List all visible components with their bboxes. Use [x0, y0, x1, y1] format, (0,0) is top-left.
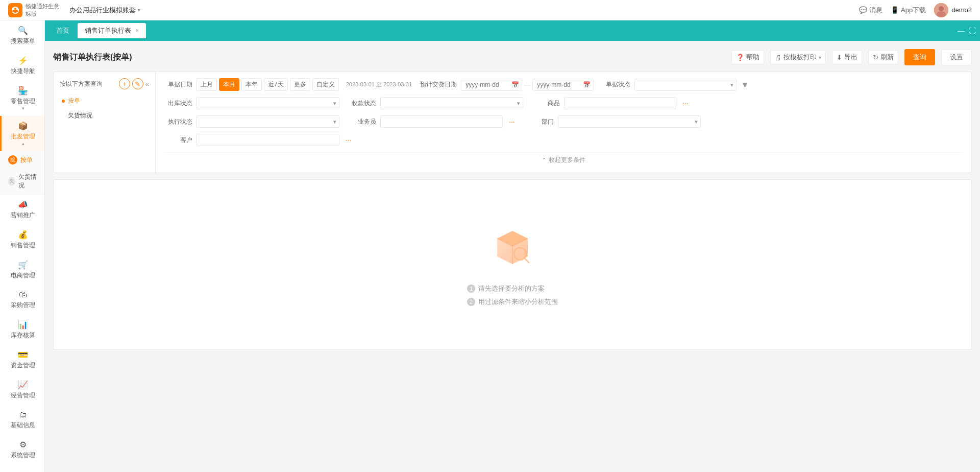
add-scheme-btn[interactable]: +	[119, 78, 130, 89]
filter-panel: 按以下方案查询 + ✎ « 按单	[53, 72, 972, 173]
goods-more-btn[interactable]: ···	[680, 99, 691, 107]
maximize-btn[interactable]: ⛶	[969, 27, 976, 35]
outbound-select[interactable]	[197, 97, 339, 109]
retail-icon: 🏪	[18, 86, 28, 96]
sidebar-item-basic[interactable]: 🗂 基础信息	[0, 405, 44, 435]
salesperson-input[interactable]	[380, 115, 503, 128]
sidebar-sub-item-欠货[interactable]: 欠 欠货情况	[0, 169, 44, 194]
basic-icon: 🗂	[19, 410, 27, 419]
date-separator: —	[524, 81, 530, 88]
logo-icon	[8, 3, 22, 17]
filter-panel-inner: 按以下方案查询 + ✎ « 按单	[54, 72, 971, 173]
dept-select-wrap	[558, 115, 701, 128]
page-title: 销售订单执行表(按单)	[53, 52, 132, 63]
sidebar-item-finance[interactable]: 💳 资金管理	[0, 345, 44, 375]
filter-field-exec-status: 执行状态	[164, 115, 339, 128]
sidebar-item-wholesale-group: 📦 批发管理 ▴ 按 按单 欠 欠货情况	[0, 116, 44, 195]
collection-label: 收款状态	[348, 99, 376, 108]
sidebar-item-sales[interactable]: 💰 销售管理	[0, 225, 44, 255]
salesperson-more-btn[interactable]: ···	[507, 117, 517, 126]
refresh-btn[interactable]: ↻ 刷新	[868, 50, 898, 64]
sidebar-item-system[interactable]: ⚙ 系统管理	[0, 435, 44, 465]
doc-status-select[interactable]	[634, 79, 737, 91]
sidebar-sub-item-按单[interactable]: 按 按单	[0, 151, 44, 169]
messages-btn[interactable]: 💬 消息	[859, 6, 883, 15]
filter-field-expected-date: 预计交货日期 📅 — 📅	[420, 79, 594, 91]
sidebar-purchase-label: 采购管理	[11, 301, 35, 310]
customer-input[interactable]	[197, 134, 339, 146]
outbound-label: 出库状态	[164, 99, 192, 108]
sidebar-item-purchase[interactable]: 🛍 采购管理	[0, 285, 44, 315]
scheme-欠货-label: 欠货情况	[68, 111, 92, 120]
query-btn[interactable]: 查询	[904, 49, 935, 65]
filter-right: 单据日期 上月 本月 本年 近7天 更多 自定义 2023-03-01 至 20…	[156, 72, 971, 173]
dept-select[interactable]	[558, 115, 701, 128]
collection-select[interactable]	[380, 97, 523, 109]
exec-status-select[interactable]	[197, 115, 339, 128]
sales-icon: 💰	[18, 230, 28, 240]
expected-date-start[interactable]	[461, 79, 522, 91]
filter-row-2: 出库状态 收款状态	[164, 97, 963, 109]
sidebar-sales-label: 销售管理	[11, 241, 35, 250]
hint-num-2: 2	[467, 298, 475, 306]
tab-bar: 首页 销售订单执行表 × — ⛶	[45, 20, 980, 41]
date-btn-last-month[interactable]: 上月	[197, 78, 217, 91]
main-layout: 🔍 搜索菜单 ⚡ 快捷导航 🏪 零售管理 ▾ 📦 批发管理 ▴ 按 按单	[0, 20, 980, 472]
date-btn-7days[interactable]: 近7天	[264, 78, 288, 91]
sidebar-item-retail[interactable]: 🏪 零售管理 ▾	[0, 81, 44, 116]
avatar	[934, 3, 948, 17]
goods-input[interactable]	[564, 97, 676, 109]
filter-row-1: 单据日期 上月 本月 本年 近7天 更多 自定义 2023-03-01 至 20…	[164, 78, 963, 91]
sidebar-basic-label: 基础信息	[11, 421, 35, 430]
app-download-label: App下载	[901, 6, 926, 15]
sidebar-item-wholesale[interactable]: 📦 批发管理 ▴	[0, 116, 44, 151]
filter-scheme-欠货[interactable]: 欠货情况	[58, 108, 151, 123]
user-profile-btn[interactable]: demo2	[934, 3, 972, 17]
sidebar-retail-label: 零售管理	[11, 97, 35, 106]
print-btn[interactable]: 🖨 按模板打印 ▾	[770, 50, 826, 64]
sidebar-item-search[interactable]: 🔍 搜索菜单	[0, 20, 44, 51]
expected-date-end[interactable]	[532, 79, 594, 91]
tab-sales-order[interactable]: 销售订单执行表 ×	[78, 23, 146, 38]
doc-status-expand-icon: ▾	[743, 79, 747, 90]
edit-scheme-btn[interactable]: ✎	[132, 78, 143, 89]
collapse-more-btn[interactable]: ⌃ 收起更多条件	[542, 156, 585, 164]
empty-state: 1 请先选择要分析的方案 2 用过滤条件来缩小分析范围	[53, 179, 972, 350]
date-btn-more[interactable]: 更多	[290, 78, 310, 91]
empty-hint-1-text: 请先选择要分析的方案	[478, 282, 545, 295]
app-download-btn[interactable]: 📱 App下载	[891, 6, 926, 15]
sidebar-item-ecommerce[interactable]: 🛒 电商管理	[0, 255, 44, 285]
sidebar-item-collab[interactable]: 👥 企业协同	[0, 465, 44, 472]
sidebar-finance-label: 资金管理	[11, 361, 35, 370]
customer-more-btn[interactable]: ···	[344, 136, 354, 144]
export-btn[interactable]: ⬇ 导出	[832, 50, 862, 64]
date-btn-this-year[interactable]: 本年	[241, 78, 262, 91]
filter-left-title: 按以下方案查询	[60, 80, 103, 88]
doc-status-label: 单据状态	[602, 80, 630, 89]
date-btn-custom[interactable]: 自定义	[312, 78, 339, 91]
tab-home[interactable]: 首页	[49, 23, 77, 38]
sidebar-item-quick-nav[interactable]: ⚡ 快捷导航	[0, 51, 44, 81]
tab-close-btn[interactable]: ×	[135, 27, 139, 34]
filter-scheme-按单[interactable]: 按单	[58, 93, 151, 108]
empty-hint-1: 1 请先选择要分析的方案	[467, 282, 558, 295]
breadcrumb-text: 办公用品行业模拟账套	[69, 6, 136, 15]
sub-item-active-dot: 按	[8, 155, 17, 164]
collapse-left-btn[interactable]: «	[145, 80, 149, 88]
help-btn[interactable]: ❓ 帮助	[731, 50, 764, 64]
sidebar-search-label: 搜索菜单	[11, 37, 35, 45]
settings-btn[interactable]: 设置	[941, 49, 972, 65]
sidebar-ecommerce-label: 电商管理	[11, 271, 35, 280]
date-btn-this-month[interactable]: 本月	[219, 78, 239, 91]
refresh-label: 刷新	[880, 53, 894, 62]
minimize-btn[interactable]: —	[958, 27, 965, 35]
page-actions: ❓ 帮助 🖨 按模板打印 ▾ ⬇ 导出 ↻ 刷新	[731, 49, 972, 65]
sidebar-item-inventory[interactable]: 📊 库存核算	[0, 315, 44, 345]
refresh-icon: ↻	[873, 54, 878, 61]
filter-left: 按以下方案查询 + ✎ « 按单	[54, 72, 156, 173]
sidebar-item-operations[interactable]: 📈 经营管理	[0, 375, 44, 405]
sidebar-inventory-label: 库存核算	[11, 331, 35, 340]
sidebar: 🔍 搜索菜单 ⚡ 快捷导航 🏪 零售管理 ▾ 📦 批发管理 ▴ 按 按单	[0, 20, 45, 472]
sidebar-item-marketing[interactable]: 📣 营销推广	[0, 195, 44, 225]
page-content: 销售订单执行表(按单) ❓ 帮助 🖨 按模板打印 ▾ ⬇ 导出	[45, 41, 980, 472]
